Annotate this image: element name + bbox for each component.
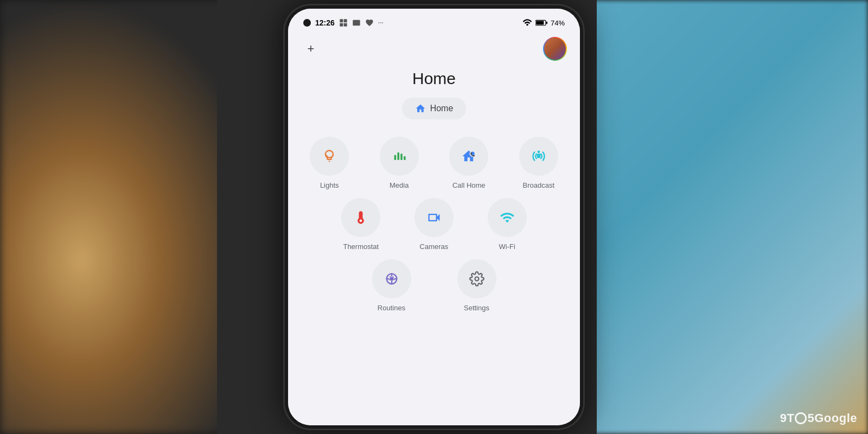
battery-icon [535,20,547,26]
routines-icon-circle [372,259,411,298]
callhome-icon-circle: 📞 [449,137,488,176]
cameras-icon [426,210,442,225]
settings-icon [469,271,484,286]
svg-rect-3 [343,23,347,27]
notification-dots: ··· [378,19,384,27]
plus-icon: + [308,42,315,56]
mail-icon [352,18,361,27]
wifi-item[interactable]: Wi-Fi [475,198,539,251]
routines-label: Routines [378,304,405,312]
cameras-item[interactable]: Cameras [402,198,467,251]
svg-rect-1 [343,19,347,22]
grid-icon [339,18,348,27]
grid-row-3: Routines Settings [299,259,569,312]
svg-rect-10 [400,154,403,160]
svg-rect-0 [340,19,343,22]
battery-percent: 74% [551,19,565,27]
watermark: 9T5Google [780,411,857,425]
cameras-icon-circle [414,198,454,237]
page-title: Home [299,69,569,88]
callhome-icon: 📞 [461,149,476,164]
svg-point-23 [475,277,478,281]
avatar-photo [544,38,566,60]
svg-rect-6 [546,22,547,24]
svg-rect-2 [340,23,343,27]
lights-icon-circle [310,137,349,176]
phone-screen: 12:26 ··· [288,9,580,425]
home-pill-label: Home [430,104,454,113]
media-label: Media [390,181,409,189]
cameras-label: Cameras [420,242,449,251]
wifi-icon [500,210,515,225]
lights-label: Lights [320,181,339,189]
settings-item[interactable]: Settings [438,259,515,312]
svg-point-17 [390,277,393,281]
lights-item[interactable]: Lights [299,137,360,189]
thermostat-label: Thermostat [343,242,379,251]
time-display: 12:26 [315,18,335,27]
svg-text:📞: 📞 [470,152,475,157]
lights-icon [322,149,337,164]
svg-point-15 [537,151,540,154]
broadcast-label: Broadcast [522,181,554,189]
svg-rect-11 [404,156,406,160]
callhome-item[interactable]: 📞 Call Home [438,137,500,189]
phone-frame: 12:26 ··· [285,5,583,429]
thermostat-icon-circle [341,198,380,237]
app-content: + Home Home [288,33,580,425]
top-bar: + [299,33,569,69]
camera-hole [303,19,311,27]
add-button[interactable]: + [301,39,321,59]
watermark-o [795,412,807,424]
svg-rect-8 [394,155,396,160]
svg-rect-5 [536,21,544,24]
broadcast-item[interactable]: Broadcast [508,137,570,189]
grid-row-1: Lights Media [299,137,569,189]
svg-point-7 [329,161,330,162]
grid-row-2: Thermostat Cameras [299,198,569,251]
status-left: 12:26 ··· [303,18,384,27]
status-bar: 12:26 ··· [288,9,580,33]
routines-item[interactable]: Routines [353,259,430,312]
broadcast-icon [531,149,546,164]
svg-rect-9 [397,152,399,160]
settings-label: Settings [464,304,489,312]
routines-icon [384,271,399,286]
wifi-label: Wi-Fi [499,242,515,251]
media-item[interactable]: Media [369,137,430,189]
wifi-status-icon [522,19,532,27]
thermostat-icon [353,210,368,225]
home-pill[interactable]: Home [402,98,467,119]
callhome-label: Call Home [452,181,486,189]
wifi-icon-circle [488,198,527,237]
home-pill-icon [415,103,426,114]
avatar[interactable] [543,37,567,61]
status-right: 74% [522,19,565,27]
broadcast-icon-circle [519,137,558,176]
settings-icon-circle [457,259,496,298]
media-icon-circle [380,137,419,176]
media-icon [392,149,407,164]
heart-icon [365,18,374,27]
thermostat-item[interactable]: Thermostat [329,198,393,251]
